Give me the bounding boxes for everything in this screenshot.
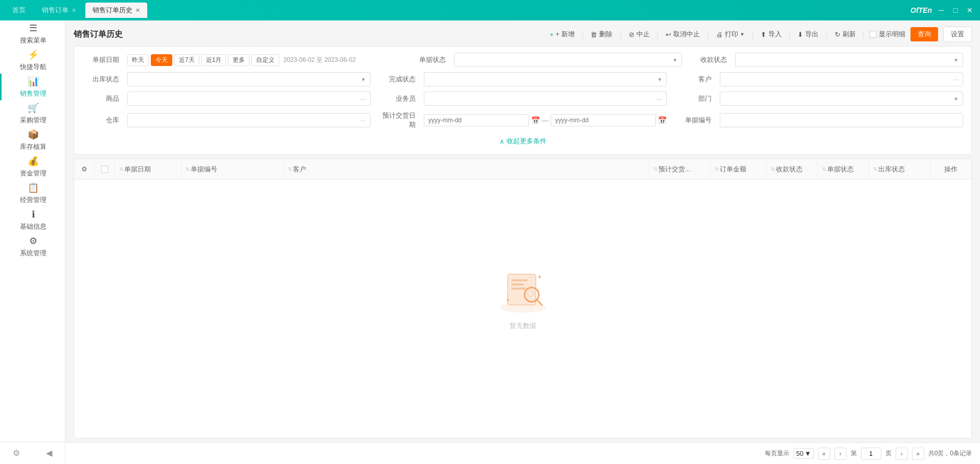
refresh-btn[interactable]: ↻ 刷新 xyxy=(833,29,858,40)
warehouse-control[interactable]: ··· xyxy=(127,113,371,127)
warehouse-ellipsis-icon[interactable]: ··· xyxy=(360,116,366,124)
sidebar-item-label: 快捷导航 xyxy=(20,62,47,72)
th-date[interactable]: ⇅ 单据日期 xyxy=(115,159,181,179)
sidebar-item-label: 基础信息 xyxy=(20,222,47,231)
complete-status-select[interactable]: ▼ xyxy=(424,72,667,86)
warehouse-label: 仓库 xyxy=(82,116,119,125)
salesman-select[interactable]: ··· xyxy=(424,92,667,106)
filter-row-1: 单据日期 昨天 今天 近7天 近1月 更多 自定义 2023-06-02 至 2… xyxy=(82,53,963,67)
main-layout: ☰ 搜索菜单 ⚡ 快捷导航 📊 销售管理 🛒 采购管理 📦 库存核算 💰 资金管… xyxy=(0,20,980,464)
th-customer[interactable]: ⇅ 客户 xyxy=(284,159,649,179)
delivery-start-calendar-icon[interactable]: 📅 xyxy=(531,116,540,124)
prev-page-btn[interactable]: ‹ xyxy=(834,448,847,460)
th-bill-status[interactable]: ⇅ 单据状态 xyxy=(818,159,869,179)
page-size-select[interactable]: 50 ▼ xyxy=(793,448,813,459)
date-btn-1month[interactable]: 近1月 xyxy=(201,54,226,66)
sidebar-item-sys-mgmt[interactable]: ⚙ 系统管理 xyxy=(0,233,65,260)
first-page-btn[interactable]: « xyxy=(818,448,830,460)
out-status-control[interactable]: ▼ xyxy=(127,72,371,86)
salesman-ellipsis-icon[interactable]: ··· xyxy=(656,95,663,103)
sidebar-item-inventory[interactable]: 📦 库存核算 xyxy=(0,127,65,153)
cancel-stop-btn[interactable]: ↩ 取消中止 xyxy=(664,29,702,40)
out-status-select[interactable]: ▼ xyxy=(127,72,371,86)
delivery-end-calendar-icon[interactable]: 📅 xyxy=(658,116,667,124)
pay-status-select[interactable]: ▼ xyxy=(735,53,963,67)
th-amount[interactable]: ⇅ 订单金额 xyxy=(711,159,767,179)
sidebar-item-info[interactable]: ℹ 基础信息 xyxy=(0,207,65,233)
settings-btn[interactable]: 设置 xyxy=(943,27,972,42)
dept-control[interactable]: ▼ xyxy=(720,92,963,106)
print-btn[interactable]: 🖨 打印 ▼ xyxy=(714,29,747,40)
delete-btn[interactable]: 🗑 删除 xyxy=(588,29,614,40)
query-btn[interactable]: 查询 xyxy=(910,27,938,41)
date-btn-more[interactable]: 更多 xyxy=(228,54,249,66)
th-pay-status[interactable]: ⇅ 收款状态 xyxy=(767,159,818,179)
delivery-start-input[interactable] xyxy=(424,114,529,126)
import-btn[interactable]: ⬆ 导入 xyxy=(759,29,784,40)
th-settings[interactable]: ⚙ xyxy=(74,159,95,179)
date-btn-7days[interactable]: 近7天 xyxy=(174,54,199,66)
customer-select[interactable]: ··· xyxy=(720,72,963,86)
delivery-end-input[interactable] xyxy=(551,114,656,126)
th-no-label: 单据编号 xyxy=(191,165,217,174)
collapse-btn[interactable]: ∧ 收起更多条件 xyxy=(82,135,963,148)
window-max-btn[interactable]: □ xyxy=(950,5,961,15)
customer-ellipsis-icon[interactable]: ··· xyxy=(952,75,959,83)
date-btn-today[interactable]: 今天 xyxy=(151,54,172,66)
sidebar-item-purchase-mgmt[interactable]: 🛒 采购管理 xyxy=(0,100,65,127)
stop-btn[interactable]: ⊘ 中止 xyxy=(627,29,652,40)
sidebar-collapse-btn[interactable]: ◀ xyxy=(44,446,54,460)
th-delivery[interactable]: ⇅ 预计交货... xyxy=(649,159,711,179)
bill-status-control[interactable]: ▼ xyxy=(454,53,682,67)
info-icon: ℹ xyxy=(32,209,35,220)
export-btn[interactable]: ⬇ 导出 xyxy=(795,29,821,40)
sidebar-item-sales-mgmt[interactable]: 📊 销售管理 xyxy=(0,74,65,100)
divider8: | xyxy=(863,31,864,38)
table-settings-icon[interactable]: ⚙ xyxy=(81,165,87,173)
date-btn-yesterday[interactable]: 昨天 xyxy=(127,54,149,66)
display-toggle[interactable]: 显示明细 xyxy=(870,30,905,39)
sidebar-settings-btn[interactable]: ⚙ xyxy=(11,446,22,460)
delete-icon: 🗑 xyxy=(590,31,597,38)
last-page-btn[interactable]: » xyxy=(912,448,924,460)
th-no[interactable]: ⇅ 单据编号 xyxy=(181,159,284,179)
sidebar-item-operations[interactable]: 📋 经营管理 xyxy=(0,180,65,207)
tab-sales-order-close[interactable]: ✕ xyxy=(72,7,76,14)
tab-home[interactable]: 销售订单历史 首页 xyxy=(5,3,33,18)
sidebar-item-finance[interactable]: 💰 资金管理 xyxy=(0,153,65,180)
th-out-status[interactable]: ⇅ 出库状态 xyxy=(869,159,930,179)
tab-sales-order-history[interactable]: 销售订单历史 ✕ xyxy=(85,3,147,18)
next-page-btn[interactable]: › xyxy=(896,448,908,460)
tab-sales-order-history-close[interactable]: ✕ xyxy=(135,7,140,14)
customer-control[interactable]: ··· xyxy=(720,72,963,86)
filter-row-3: 商品 ··· 业务员 ··· 部门 xyxy=(82,92,963,106)
page-num-input[interactable] xyxy=(861,448,881,460)
bill-status-select[interactable]: ▼ xyxy=(454,53,682,67)
empty-state: ✦ ✦ 暂无数据 xyxy=(495,267,551,351)
new-btn[interactable]: + + 新增 xyxy=(548,29,577,40)
bill-no-input[interactable] xyxy=(720,113,963,127)
divider7: | xyxy=(826,31,827,38)
sidebar-bottom: ⚙ ◀ xyxy=(0,441,65,464)
select-all-checkbox[interactable] xyxy=(101,166,108,173)
sidebar-item-search-menu[interactable]: ☰ 搜索菜单 xyxy=(0,20,65,47)
warehouse-select[interactable]: ··· xyxy=(127,113,371,127)
table-container: ⚙ ⇅ 单据日期 ⇅ 单据编号 ⇅ 客户 ⇅ xyxy=(74,159,972,438)
pay-status-control[interactable]: ▼ xyxy=(735,53,963,67)
dept-select[interactable]: ▼ xyxy=(720,92,963,106)
goods-control[interactable]: ··· xyxy=(127,92,371,106)
goods-select[interactable]: ··· xyxy=(127,92,371,106)
bill-no-control[interactable] xyxy=(720,113,963,127)
window-min-btn[interactable]: ─ xyxy=(936,5,946,15)
goods-ellipsis-icon[interactable]: ··· xyxy=(360,95,366,103)
complete-status-control[interactable]: ▼ xyxy=(424,72,667,86)
salesman-label: 业务员 xyxy=(379,94,416,103)
display-toggle-checkbox[interactable] xyxy=(870,31,877,38)
th-checkbox[interactable] xyxy=(95,159,115,179)
date-btn-custom[interactable]: 自定义 xyxy=(252,54,279,66)
salesman-control[interactable]: ··· xyxy=(424,92,667,106)
print-arrow-icon: ▼ xyxy=(740,32,745,37)
tab-sales-order[interactable]: 销售订单 ✕ xyxy=(35,3,83,18)
sidebar-item-quick-nav[interactable]: ⚡ 快捷导航 xyxy=(0,47,65,74)
window-close-btn[interactable]: ✕ xyxy=(965,5,975,15)
